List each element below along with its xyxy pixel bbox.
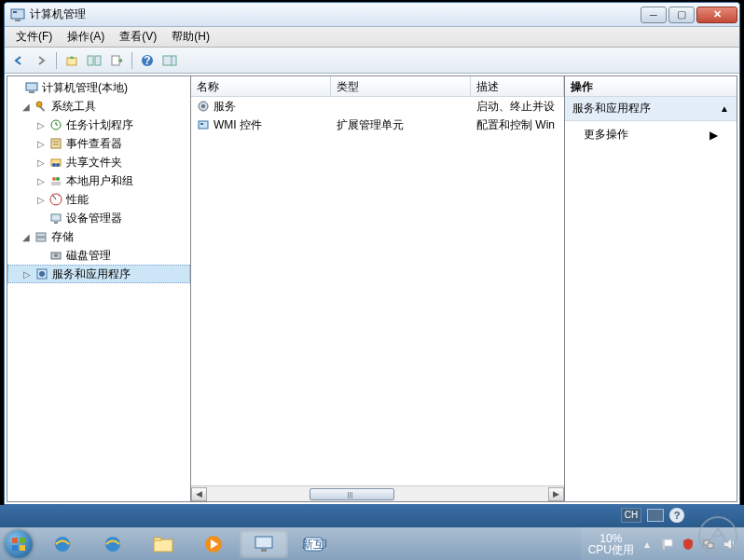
- scroll-left-button[interactable]: ◀: [191, 487, 207, 501]
- tree-storage[interactable]: ◢ 存储: [7, 227, 190, 246]
- tree-label: 事件查看器: [66, 136, 122, 152]
- scroll-right-button[interactable]: ▶: [548, 487, 564, 501]
- scroll-track[interactable]: [207, 487, 548, 501]
- list-item-services[interactable]: 服务 启动、终止并设: [191, 97, 564, 116]
- computer-icon: [24, 80, 39, 95]
- svg-rect-1: [13, 11, 17, 13]
- cpu-percent: 10%: [588, 533, 634, 544]
- collapse-icon[interactable]: ◢: [21, 102, 31, 112]
- taskbar-ie-1[interactable]: [38, 530, 87, 558]
- forward-button[interactable]: [31, 50, 51, 71]
- tree-panel[interactable]: 计算机管理(本地) ◢ 系统工具 ▷ 任务计划程序 ▷ 事件查看器: [7, 75, 191, 502]
- tree-event-viewer[interactable]: ▷ 事件查看器: [7, 134, 190, 153]
- titlebar[interactable]: 计算机管理 ─ ▢ ✕: [5, 3, 739, 27]
- taskbar[interactable]: 创新互联 10% CPU使用 ▴: [0, 527, 744, 560]
- window-title: 计算机管理: [30, 7, 641, 22]
- show-hide-action-button[interactable]: [159, 50, 180, 71]
- show-hide-tree-button[interactable]: [84, 50, 104, 71]
- maximize-button[interactable]: ▢: [668, 7, 695, 23]
- menu-action[interactable]: 操作(A): [60, 27, 112, 47]
- svg-text:创新互联: 创新互联: [302, 538, 326, 551]
- expand-icon[interactable]: ▷: [21, 269, 32, 280]
- actions-header: 操作: [565, 76, 737, 97]
- app-icon: [10, 7, 25, 22]
- help-button[interactable]: ?: [137, 50, 158, 71]
- tree-shared-folders[interactable]: ▷ 共享文件夹: [7, 153, 190, 171]
- desktop-background: CH ?: [0, 505, 744, 527]
- expand-icon[interactable]: ▷: [35, 139, 46, 149]
- taskbar-explorer[interactable]: [139, 530, 187, 558]
- tree-label: 服务和应用程序: [52, 266, 131, 282]
- clock-icon: [48, 117, 63, 132]
- users-icon: [48, 173, 63, 188]
- minimize-button[interactable]: ─: [641, 7, 667, 23]
- actions-section[interactable]: 服务和应用程序 ▲: [565, 97, 737, 121]
- back-button[interactable]: [8, 50, 29, 71]
- taskbar-unknown-app[interactable]: 创新互联: [290, 530, 338, 558]
- menu-view[interactable]: 查看(V): [112, 27, 164, 47]
- col-type[interactable]: 类型: [331, 76, 471, 96]
- svg-rect-44: [154, 540, 172, 552]
- list-item-wmi[interactable]: WMI 控件 扩展管理单元 配置和控制 Win: [191, 116, 564, 134]
- horizontal-scrollbar[interactable]: ◀ ▶: [191, 485, 564, 501]
- flag-icon[interactable]: [660, 537, 675, 552]
- separator: [131, 52, 132, 69]
- submenu-arrow-icon: ▶: [710, 129, 718, 142]
- cpu-meter[interactable]: 10% CPU使用: [588, 533, 634, 555]
- taskbar-media-player[interactable]: [189, 530, 238, 558]
- tree-performance[interactable]: ▷ 性能: [7, 190, 190, 209]
- svg-point-23: [56, 177, 60, 181]
- cell-type: 扩展管理单元: [337, 117, 404, 133]
- ime-language-badge[interactable]: CH: [621, 508, 641, 523]
- up-button[interactable]: [62, 50, 82, 71]
- svg-rect-49: [261, 549, 267, 552]
- list-panel: 名称 类型 描述 服务 启动、终止并设 WMI 控件 扩展管理单元 配置和控制 …: [191, 75, 565, 502]
- collapse-arrow-icon: ▲: [720, 103, 729, 114]
- svg-rect-53: [663, 540, 665, 550]
- cell-name: 服务: [214, 99, 236, 115]
- svg-rect-16: [51, 139, 61, 148]
- svg-point-22: [52, 177, 56, 181]
- shield-icon[interactable]: [681, 537, 696, 552]
- close-button[interactable]: ✕: [696, 7, 737, 23]
- svg-rect-40: [12, 545, 18, 551]
- svg-rect-24: [51, 182, 61, 185]
- menu-help[interactable]: 帮助(H): [164, 27, 217, 47]
- tree-task-scheduler[interactable]: ▷ 任务计划程序: [7, 116, 190, 134]
- tray-expand-icon[interactable]: ▴: [640, 537, 654, 552]
- ime-help-icon[interactable]: ?: [669, 508, 684, 523]
- expand-icon[interactable]: ▷: [35, 195, 46, 205]
- svg-rect-27: [54, 222, 58, 224]
- tree-label: 任务计划程序: [66, 117, 133, 133]
- export-button[interactable]: [106, 50, 127, 71]
- actions-section-label: 服务和应用程序: [572, 101, 651, 116]
- actions-more-label: 更多操作: [584, 127, 628, 143]
- list-body[interactable]: 服务 启动、终止并设 WMI 控件 扩展管理单元 配置和控制 Win: [191, 97, 564, 485]
- svg-point-33: [39, 271, 45, 277]
- col-desc[interactable]: 描述: [471, 76, 564, 96]
- taskbar-ie-2[interactable]: [89, 530, 137, 558]
- expand-icon[interactable]: ▷: [35, 176, 46, 186]
- watermark-logo: [697, 515, 738, 556]
- collapse-icon[interactable]: ◢: [21, 232, 31, 242]
- expand-icon[interactable]: ▷: [35, 120, 46, 130]
- taskbar-computer-management[interactable]: [240, 530, 288, 558]
- col-name[interactable]: 名称: [191, 76, 331, 96]
- actions-more[interactable]: 更多操作 ▶: [565, 121, 737, 148]
- tree-device-manager[interactable]: 设备管理器: [7, 209, 190, 227]
- tree-system-tools[interactable]: ◢ 系统工具: [7, 97, 190, 116]
- ime-keyboard-icon[interactable]: [647, 509, 664, 522]
- tree-disk-management[interactable]: 磁盘管理: [7, 246, 190, 265]
- expand-icon[interactable]: ▷: [35, 157, 46, 168]
- tree-root[interactable]: 计算机管理(本地): [7, 78, 190, 97]
- device-icon: [48, 211, 63, 225]
- tree-local-users[interactable]: ▷ 本地用户和组: [7, 171, 190, 190]
- scroll-thumb[interactable]: [310, 488, 395, 500]
- svg-rect-4: [88, 56, 93, 65]
- svg-point-35: [201, 104, 205, 108]
- storage-icon: [34, 229, 48, 244]
- content-area: 计算机管理(本地) ◢ 系统工具 ▷ 任务计划程序 ▷ 事件查看器: [7, 75, 737, 502]
- start-button[interactable]: [0, 527, 37, 560]
- menu-file[interactable]: 文件(F): [8, 27, 60, 47]
- tree-services-apps[interactable]: ▷ 服务和应用程序: [7, 265, 190, 283]
